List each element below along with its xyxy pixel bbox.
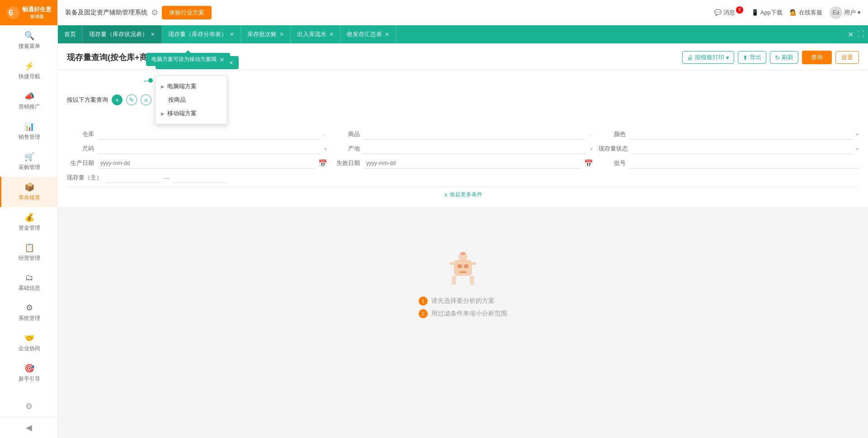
sidebar-collapse-btn[interactable]: ◀ bbox=[0, 417, 57, 438]
batch-input[interactable] bbox=[629, 158, 859, 169]
chevron-up-icon: ∧ bbox=[444, 192, 448, 198]
goods-dots[interactable]: ··· bbox=[588, 131, 593, 138]
tab-inventory-status[interactable]: 现存量（库存状况表） ✕ bbox=[83, 25, 162, 43]
tab-close-icon[interactable]: ✕ bbox=[279, 31, 284, 38]
collapse-bar[interactable]: ∧ 收起更多条件 bbox=[67, 187, 859, 202]
filter-field-batch: 批号 bbox=[599, 158, 859, 169]
svg-rect-2 bbox=[454, 260, 472, 276]
color-chevron[interactable]: ▾ bbox=[856, 131, 859, 138]
online-service-label: 在线客服 bbox=[799, 9, 822, 17]
chevron-down-icon: ▾ bbox=[858, 9, 861, 16]
goods-label: 商品 bbox=[333, 130, 360, 138]
sidebar-item-basic[interactable]: 🗂 基础信息 bbox=[0, 268, 57, 297]
close-tab-btn[interactable]: ✕ bbox=[848, 30, 854, 39]
sidebar-settings-btn[interactable]: ⚙ bbox=[0, 396, 57, 417]
sidebar-item-guide[interactable]: 🎯 新手引导 bbox=[0, 358, 57, 388]
sidebar-item-label: 采购管理 bbox=[19, 164, 40, 171]
tab-home[interactable]: 首页 bbox=[58, 25, 83, 43]
stock-qty-min[interactable] bbox=[106, 172, 160, 183]
export-btn[interactable]: ⬆ 导出 bbox=[738, 51, 766, 64]
scheme-dropdown: 电脑方案可设为移动方案哦 ✕ ← 这里可以创建和修改方案哦 ✕ bbox=[155, 75, 227, 124]
svg-text:6: 6 bbox=[9, 8, 13, 17]
empty-tips: 1 请先选择要分析的方案 2 用过滤条件来缩小分析范围 bbox=[419, 297, 507, 318]
sidebar-item-sales[interactable]: 📊 销售管理 bbox=[0, 116, 57, 146]
add-scheme-btn[interactable]: + bbox=[112, 94, 123, 105]
sidebar-item-purchase[interactable]: 🛒 采购管理 bbox=[0, 146, 57, 177]
tab-inout-flow[interactable]: 出入库流水 ✕ bbox=[291, 25, 340, 43]
origin-input[interactable] bbox=[363, 143, 586, 154]
tip-number-1: 1 bbox=[419, 297, 428, 306]
flash-icon: ⚡ bbox=[24, 61, 34, 71]
messages-btn[interactable]: 💬 消息 9 bbox=[714, 9, 744, 17]
tab-label: 现存量（库存分布表） bbox=[168, 30, 227, 38]
warehouse-dots[interactable]: ··· bbox=[322, 131, 327, 138]
sidebar-item-label: 搜索菜单 bbox=[19, 42, 40, 50]
chevron-down-icon: ▾ bbox=[726, 54, 729, 61]
sidebar-item-inventory[interactable]: 📦 库存核算 bbox=[0, 177, 57, 207]
warehouse-input[interactable] bbox=[98, 129, 319, 140]
tabbar-actions: ✕ ⛶ bbox=[844, 25, 868, 43]
sidebar-item-operations[interactable]: 📋 经营管理 bbox=[0, 237, 57, 268]
tab-label: 库存批次账 bbox=[247, 30, 277, 38]
production-date-calendar-icon[interactable]: 📅 bbox=[318, 159, 327, 168]
industry-plan-button[interactable]: 体验行业方案 bbox=[162, 6, 212, 19]
tab-batch-account[interactable]: 库存批次账 ✕ bbox=[241, 25, 291, 43]
filter-field-stock-status: 现存量状态 ▾ bbox=[599, 143, 859, 154]
empty-illustration bbox=[440, 244, 486, 289]
scheme-item-label: 按商品 bbox=[168, 96, 186, 104]
sidebar-item-system[interactable]: ⚙ 系统管理 bbox=[0, 297, 57, 328]
stock-qty-max[interactable] bbox=[173, 172, 227, 183]
scheme-item-goods[interactable]: 按商品 bbox=[156, 93, 227, 107]
online-service-btn[interactable]: 💁 在线客服 bbox=[790, 9, 822, 17]
sidebar-item-quicknav[interactable]: ⚡ 快捷导航 bbox=[0, 56, 57, 86]
filter-row-1: 仓库 ··· 商品 ··· 颜色 ▾ bbox=[67, 129, 859, 140]
gear-icon: ⚙ bbox=[26, 303, 33, 313]
query-button[interactable]: 查询 bbox=[802, 51, 832, 64]
template-print-label: 按模板打印 bbox=[695, 53, 724, 61]
topbar-settings-icon[interactable]: ⚙ bbox=[151, 8, 158, 18]
target-icon: 🎯 bbox=[24, 363, 34, 373]
color-input[interactable] bbox=[629, 129, 852, 140]
size-chevron[interactable]: ▾ bbox=[324, 146, 327, 152]
template-print-btn[interactable]: 🖨 按模板打印 ▾ bbox=[682, 51, 734, 64]
refresh-btn[interactable]: ↻ 刷新 bbox=[770, 51, 798, 64]
back-scheme-btn[interactable]: « bbox=[141, 94, 151, 105]
tab-close-icon[interactable]: ✕ bbox=[329, 31, 334, 38]
production-date-input[interactable] bbox=[98, 158, 315, 169]
filter-label: 按以下方案查询 bbox=[67, 96, 108, 104]
tab-inventory-dist[interactable]: 现存量（库存分布表） ✕ bbox=[162, 25, 241, 43]
empty-state: 1 请先选择要分析的方案 2 用过滤条件来缩小分析范围 bbox=[58, 208, 868, 336]
app-download-btn[interactable]: 📱 App下载 bbox=[751, 9, 783, 17]
sidebar-item-search[interactable]: 🔍 搜索菜单 bbox=[0, 25, 57, 56]
color-label: 颜色 bbox=[599, 130, 626, 138]
stock-status-input[interactable] bbox=[632, 143, 852, 154]
batch-label: 批号 bbox=[599, 159, 626, 167]
tab-home-label: 首页 bbox=[64, 30, 76, 38]
expand-btn[interactable]: ⛶ bbox=[857, 30, 864, 38]
size-input[interactable] bbox=[98, 143, 321, 154]
system-name: 装备及固定资产辅助管理系统 bbox=[65, 9, 147, 17]
expiry-date-calendar-icon[interactable]: 📅 bbox=[584, 159, 593, 168]
scheme-desktop-group[interactable]: ▶ 电脑端方案 bbox=[156, 80, 227, 93]
edit-scheme-btn[interactable]: ✎ bbox=[126, 94, 137, 105]
tab-summary[interactable]: 收发存汇总表 ✕ bbox=[340, 25, 396, 43]
setup-button[interactable]: 设置 bbox=[835, 51, 859, 64]
empty-tip-2: 2 用过滤条件来缩小分析范围 bbox=[419, 309, 507, 318]
tab-close-icon[interactable]: ✕ bbox=[151, 31, 155, 38]
stock-status-chevron[interactable]: ▾ bbox=[856, 146, 859, 152]
sidebar-item-marketing[interactable]: 📣 营销推广 bbox=[0, 86, 57, 116]
goods-input[interactable] bbox=[363, 129, 585, 140]
tooltip-close[interactable]: ✕ bbox=[219, 56, 225, 63]
sidebar-item-label: 库存核算 bbox=[19, 194, 40, 202]
expiry-date-input[interactable] bbox=[363, 158, 580, 169]
megaphone-icon: 📣 bbox=[24, 91, 34, 101]
origin-chevron[interactable]: ▾ bbox=[590, 146, 593, 152]
search-icon: 🔍 bbox=[24, 31, 34, 41]
tabbar: 首页 现存量（库存状况表） ✕ 现存量（库存分布表） ✕ 库存批次账 ✕ 出入库… bbox=[58, 25, 868, 43]
tab-close-icon[interactable]: ✕ bbox=[385, 31, 389, 38]
sidebar-item-enterprise[interactable]: 🤝 企业协同 bbox=[0, 328, 57, 358]
user-menu-btn[interactable]: Ea 用户 ▾ bbox=[830, 6, 861, 19]
tab-close-icon[interactable]: ✕ bbox=[230, 31, 234, 38]
scheme-mobile-group[interactable]: ▶ 移动端方案 bbox=[156, 107, 227, 120]
sidebar-item-finance[interactable]: 💰 资金管理 bbox=[0, 207, 57, 237]
